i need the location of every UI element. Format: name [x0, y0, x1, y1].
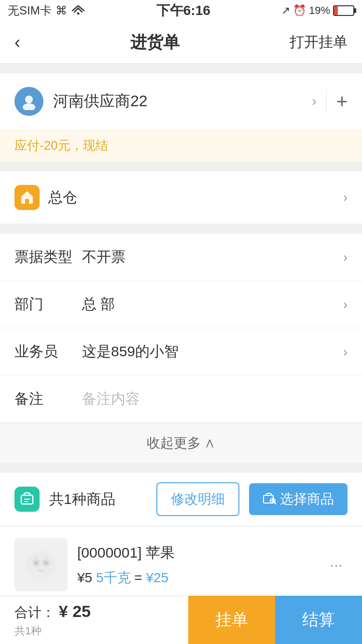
alarm-icon: ⏰ — [293, 4, 306, 17]
department-value: 总 部 — [82, 294, 343, 314]
supplier-chevron-icon: › — [312, 94, 316, 109]
product-unit-price: ¥5 — [77, 570, 92, 585]
section-gap-4 — [0, 463, 362, 473]
section-gap-3 — [0, 224, 362, 234]
supplier-divider — [326, 89, 327, 113]
footer: 合计： ¥ 25 共1种 挂单 结算 — [0, 596, 362, 644]
add-supplier-button[interactable]: + — [336, 91, 348, 112]
nav-bar: ‹ 进货单 打开挂单 — [0, 21, 362, 64]
svg-point-20 — [45, 562, 47, 564]
battery-icon — [333, 5, 354, 16]
salesperson-value: 这是859的小智 — [82, 342, 343, 362]
warehouse-name: 总仓 — [48, 188, 343, 208]
total-label: 合计： — [14, 605, 55, 620]
product-item: [0000001] 苹果 ¥5 5千克 = ¥25 ··· — [0, 527, 362, 603]
wifi-icon: ⌘ — [56, 4, 67, 17]
status-left: 无SIM卡 ⌘ — [8, 3, 85, 18]
svg-point-14 — [27, 550, 56, 579]
collapse-button[interactable]: 收起更多 ∧ — [0, 423, 362, 463]
product-code: [0000001] — [77, 545, 141, 560]
checkout-button[interactable]: 结算 — [275, 596, 362, 644]
signal-icon — [71, 4, 85, 17]
svg-point-0 — [77, 13, 79, 15]
product-name: [0000001] 苹果 — [77, 543, 315, 563]
supplier-name: 河南供应商22 — [53, 91, 312, 112]
svg-rect-9 — [264, 495, 273, 503]
select-product-button[interactable]: 选择商品 — [249, 483, 348, 515]
supplier-avatar — [14, 87, 43, 116]
back-button[interactable]: ‹ — [14, 32, 20, 53]
product-thumbnail — [14, 538, 68, 591]
salesperson-label: 业务员 — [14, 342, 82, 362]
department-label: 部门 — [14, 294, 82, 314]
department-chevron-icon: › — [343, 297, 348, 312]
invoice-type-value: 不开票 — [82, 247, 343, 267]
footer-total-row: 合计： ¥ 25 — [14, 602, 174, 622]
hang-button[interactable]: 挂单 — [188, 596, 275, 644]
product-count-icon — [14, 487, 40, 512]
remark-label: 备注 — [14, 389, 82, 409]
page-title: 进货单 — [130, 31, 180, 54]
product-total: ¥25 — [146, 570, 168, 585]
product-title: 苹果 — [146, 545, 175, 560]
edit-detail-button[interactable]: 修改明细 — [156, 482, 239, 516]
supplier-row[interactable]: 河南供应商22 › + — [14, 73, 348, 129]
footer-summary: 合计： ¥ 25 共1种 — [0, 596, 188, 644]
svg-point-1 — [25, 96, 33, 103]
product-more-button[interactable]: ··· — [325, 556, 348, 574]
salesperson-chevron-icon: › — [343, 344, 348, 360]
location-icon: ↗ — [281, 4, 290, 17]
section-gap-1 — [0, 64, 362, 73]
status-right: ↗ ⏰ 19% — [281, 4, 354, 17]
total-amount: ¥ 25 — [59, 602, 91, 620]
remark-row[interactable]: 备注 备注内容 — [0, 376, 362, 423]
svg-rect-5 — [25, 199, 29, 204]
svg-point-19 — [35, 562, 37, 564]
svg-marker-4 — [21, 191, 33, 197]
warehouse-chevron-icon: › — [343, 190, 348, 205]
invoice-type-chevron-icon: › — [343, 250, 348, 265]
invoice-type-row[interactable]: 票据类型 不开票 › — [0, 234, 362, 281]
battery-percent: 19% — [309, 4, 330, 17]
svg-point-2 — [23, 103, 35, 110]
product-count-text: 共1种商品 — [49, 490, 147, 509]
carrier-label: 无SIM卡 — [8, 3, 52, 18]
product-equals: = — [134, 570, 146, 585]
warehouse-row[interactable]: 总仓 › — [0, 171, 362, 224]
select-product-label: 选择商品 — [280, 490, 334, 508]
invoice-type-label: 票据类型 — [14, 247, 82, 267]
section-gap-2 — [0, 162, 362, 171]
footer-sub-count: 共1种 — [14, 624, 174, 638]
remark-value[interactable]: 备注内容 — [82, 389, 348, 409]
open-pending-button[interactable]: 打开挂单 — [290, 32, 348, 52]
product-quantity: 5千克 — [96, 570, 131, 585]
department-row[interactable]: 部门 总 部 › — [0, 281, 362, 328]
notice-bar: 应付-20元，现结 — [0, 129, 362, 162]
warehouse-icon — [14, 185, 40, 210]
salesperson-row[interactable]: 业务员 这是859的小智 › — [0, 328, 362, 376]
product-toolbar: 共1种商品 修改明细 选择商品 — [0, 473, 362, 526]
product-price: ¥5 5千克 = ¥25 — [77, 569, 315, 587]
status-bar: 无SIM卡 ⌘ 下午6:16 ↗ ⏰ 19% — [0, 0, 362, 21]
status-time: 下午6:16 — [156, 1, 210, 20]
supplier-section: 河南供应商22 › + — [0, 73, 362, 129]
product-info: [0000001] 苹果 ¥5 5千克 = ¥25 — [77, 543, 315, 587]
